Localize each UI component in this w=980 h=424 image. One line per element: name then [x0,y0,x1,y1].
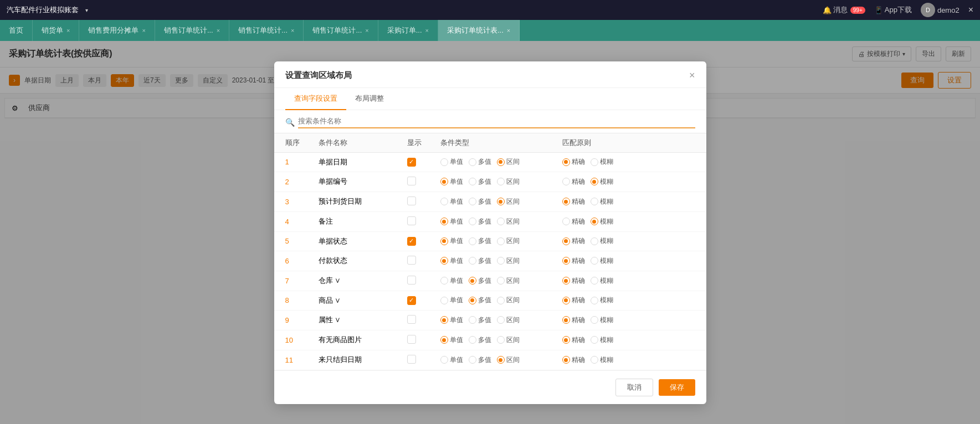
radio-type-single[interactable]: 单值 [440,335,463,345]
radio-match-exact[interactable]: 精确 [562,335,585,345]
row-display-checkbox[interactable]: ✓ [407,157,440,167]
radio-match-exact[interactable]: 精确 [562,296,585,305]
tab-purchase-stat4[interactable]: 采购订单... × [378,20,438,41]
radio-match-exact[interactable]: 精确 [562,256,585,266]
checkbox[interactable] [407,315,416,324]
checkbox[interactable]: ✓ [407,158,416,167]
checkbox[interactable] [407,276,416,285]
radio-match-exact[interactable]: 精确 [562,355,585,365]
row-display-checkbox[interactable]: ✓ [407,236,440,246]
radio-match-exact[interactable]: 精确 [562,217,585,226]
radio-type-range[interactable]: 区间 [497,296,520,305]
tab-sales-order-stat-close[interactable]: × [217,27,220,34]
dialog-tab-layout[interactable]: 布局调整 [346,88,393,110]
tab-purchase-stat2-close[interactable]: × [291,27,294,34]
row-display-checkbox[interactable] [407,355,440,365]
checkbox[interactable] [407,256,416,265]
radio-match-fuzzy[interactable]: 模糊 [591,276,613,286]
radio-type-range[interactable]: 区间 [497,217,520,226]
tab-sales-close[interactable]: × [66,27,70,34]
dialog-tab-fields[interactable]: 查询字段设置 [285,88,346,110]
radio-match-exact[interactable]: 精确 [562,197,585,206]
radio-match-exact[interactable]: 精确 [562,177,585,187]
radio-type-single[interactable]: 单值 [440,276,463,286]
tab-current[interactable]: 采购订单统计表... × [438,20,520,41]
radio-type-multi[interactable]: 多值 [469,316,491,325]
radio-type-range[interactable]: 区间 [497,276,520,286]
radio-match-fuzzy[interactable]: 模糊 [591,177,613,187]
radio-match-fuzzy[interactable]: 模糊 [591,217,613,226]
radio-match-fuzzy[interactable]: 模糊 [591,296,613,305]
tab-purchase-stat2[interactable]: 销售订单统计... × [229,20,304,41]
close-window-btn[interactable]: × [968,5,973,15]
radio-type-multi[interactable]: 多值 [469,236,491,246]
user-menu[interactable]: D demo2 [921,3,960,17]
radio-type-range[interactable]: 区间 [497,316,520,325]
radio-type-multi[interactable]: 多值 [469,355,491,365]
radio-match-exact[interactable]: 精确 [562,316,585,325]
tab-sales[interactable]: 销货单 × [33,20,79,41]
radio-match-fuzzy[interactable]: 模糊 [591,157,613,167]
row-display-checkbox[interactable] [407,197,440,207]
radio-type-range[interactable]: 区间 [497,157,520,167]
dialog-close-btn[interactable]: × [689,70,695,80]
tab-purchase-stat3-close[interactable]: × [365,27,368,34]
row-display-checkbox[interactable] [407,256,440,266]
tab-purchase-stat4-close[interactable]: × [425,27,429,34]
app-dropdown-icon[interactable]: ▾ [85,7,88,13]
tab-sales-cost[interactable]: 销售费用分摊单 × [79,20,155,41]
radio-match-exact[interactable]: 精确 [562,236,585,246]
radio-match-fuzzy[interactable]: 模糊 [591,316,613,325]
radio-match-fuzzy[interactable]: 模糊 [591,197,613,206]
radio-type-single[interactable]: 单值 [440,256,463,266]
radio-type-multi[interactable]: 多值 [469,157,491,167]
radio-type-range[interactable]: 区间 [497,256,520,266]
radio-type-single[interactable]: 单值 [440,217,463,226]
row-display-checkbox[interactable] [407,177,440,187]
radio-type-multi[interactable]: 多值 [469,335,491,345]
tab-sales-order-stat[interactable]: 销售订单统计... × [155,20,229,41]
app-download-btn[interactable]: 📱 App下载 [874,5,912,15]
tab-purchase-stat3[interactable]: 销售订单统计... × [304,20,378,41]
radio-type-multi[interactable]: 多值 [469,296,491,305]
radio-type-range[interactable]: 区间 [497,197,520,206]
tab-current-close[interactable]: × [507,27,510,34]
save-btn[interactable]: 保存 [659,379,695,396]
radio-type-multi[interactable]: 多值 [469,217,491,226]
checkbox[interactable]: ✓ [407,237,416,246]
row-display-checkbox[interactable] [407,216,440,227]
radio-type-multi[interactable]: 多值 [469,177,491,187]
radio-type-range[interactable]: 区间 [497,355,520,365]
radio-type-single[interactable]: 单值 [440,157,463,167]
tab-sales-cost-close[interactable]: × [142,27,145,34]
checkbox[interactable] [407,216,416,225]
radio-match-fuzzy[interactable]: 模糊 [591,355,613,365]
row-display-checkbox[interactable]: ✓ [407,296,440,305]
cancel-btn[interactable]: 取消 [615,379,653,396]
radio-type-multi[interactable]: 多值 [469,256,491,266]
row-display-checkbox[interactable] [407,276,440,286]
search-input[interactable] [298,117,695,128]
radio-type-range[interactable]: 区间 [497,177,520,187]
radio-match-exact[interactable]: 精确 [562,157,585,167]
radio-type-single[interactable]: 单值 [440,197,463,206]
radio-type-single[interactable]: 单值 [440,236,463,246]
radio-type-single[interactable]: 单值 [440,177,463,187]
radio-match-fuzzy[interactable]: 模糊 [591,256,613,266]
notifications-btn[interactable]: 🔔 消息 99+ [823,5,865,15]
radio-type-single[interactable]: 单值 [440,316,463,325]
radio-type-single[interactable]: 单值 [440,296,463,305]
radio-match-exact[interactable]: 精确 [562,276,585,286]
checkbox[interactable] [407,335,416,344]
checkbox[interactable] [407,197,416,205]
radio-type-multi[interactable]: 多值 [469,276,491,286]
checkbox[interactable] [407,177,416,185]
radio-match-fuzzy[interactable]: 模糊 [591,335,613,345]
row-display-checkbox[interactable] [407,315,440,325]
radio-type-multi[interactable]: 多值 [469,197,491,206]
radio-type-range[interactable]: 区间 [497,236,520,246]
radio-type-range[interactable]: 区间 [497,335,520,345]
radio-type-single[interactable]: 单值 [440,355,463,365]
checkbox[interactable]: ✓ [407,296,416,305]
checkbox[interactable] [407,355,416,364]
